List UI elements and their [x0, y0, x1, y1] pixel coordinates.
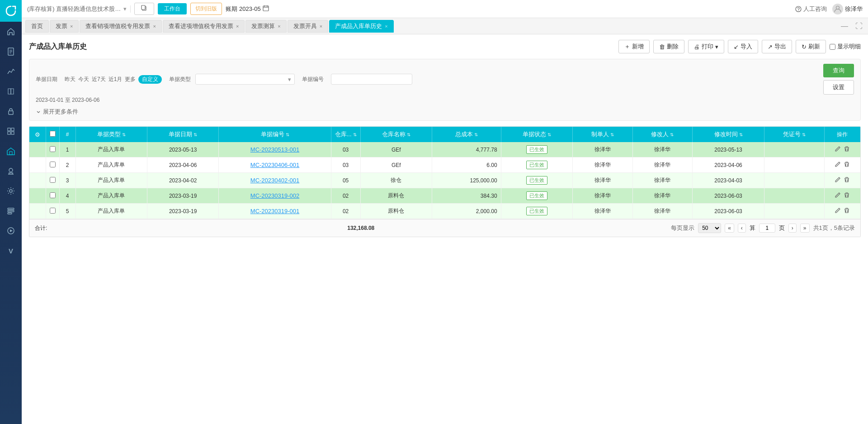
last-page-btn[interactable]: » — [800, 224, 810, 233]
th-date[interactable]: 单据日期 ⇅ — [147, 127, 218, 142]
company-dropdown-icon[interactable]: ▾ — [123, 5, 127, 12]
edit-icon-2[interactable] — [835, 161, 841, 169]
sidebar-warehouse-icon[interactable] — [0, 141, 22, 161]
th-modify-time[interactable]: 修改时间 ⇅ — [693, 127, 764, 142]
row-checkbox-1[interactable] — [50, 146, 56, 152]
sidebar-lock-icon[interactable] — [0, 101, 22, 121]
tab-invoice-calc[interactable]: 发票测算 × — [245, 20, 286, 33]
edit-icon-5[interactable] — [835, 207, 841, 215]
set-btn[interactable]: 设置 — [823, 80, 854, 95]
row-checkbox-3[interactable] — [50, 177, 56, 183]
tab-purchase-invoice[interactable]: 查看进项增值税专用发票 × — [163, 20, 245, 33]
company-selector[interactable]: (库存核算) 直播轻跑通信息技术股份... ▾ — [27, 5, 127, 13]
tab-sales-invoice[interactable]: 查看销项增值税专用发票 × — [80, 20, 161, 33]
th-modifier[interactable]: 修改人 ⇅ — [632, 127, 693, 142]
th-number[interactable]: 单据编号 ⇅ — [219, 127, 331, 142]
user-menu[interactable]: 徐泽华 — [832, 4, 863, 14]
shortcut-yesterday[interactable]: 昨天 — [65, 76, 75, 83]
expand-filter-btn[interactable]: 展开更多条件 — [36, 108, 854, 116]
th-status[interactable]: 单据状态 ⇅ — [501, 127, 572, 142]
switch-btn[interactable]: 切到旧版 — [190, 3, 222, 15]
delete-icon-1[interactable] — [844, 146, 850, 153]
row-checkbox-5[interactable] — [50, 208, 56, 214]
select-all-checkbox[interactable] — [50, 131, 56, 137]
th-wh-name[interactable]: 仓库名称 ⇅ — [360, 127, 432, 142]
tab-invoice-issue[interactable]: 发票开具 × — [288, 20, 328, 33]
sidebar-v-icon[interactable]: V — [0, 241, 22, 261]
shortcut-today[interactable]: 今天 — [78, 76, 89, 83]
sidebar-chart-icon[interactable] — [0, 62, 22, 81]
number-filter-input[interactable] — [331, 74, 412, 85]
delete-icon-4[interactable] — [844, 192, 850, 200]
tab-product-history-close[interactable]: × — [385, 24, 387, 29]
tab-sales-invoice-close[interactable]: × — [153, 24, 156, 29]
workbench-btn[interactable]: 工作台 — [158, 3, 187, 14]
sidebar-search-icon[interactable] — [0, 201, 22, 221]
sidebar-home-icon[interactable] — [0, 22, 22, 42]
shortcut-custom[interactable]: 自定义 — [138, 75, 162, 84]
td-number-link-4[interactable]: MC-20230319-002 — [250, 192, 299, 199]
sidebar-doc-icon[interactable] — [0, 42, 22, 62]
import-btn[interactable]: ↙ 导入 — [728, 40, 758, 53]
show-detail-checkbox-label[interactable]: 显示明细 — [830, 43, 861, 51]
edit-icon-3[interactable] — [835, 176, 841, 184]
shortcut-1month[interactable]: 近1月 — [108, 76, 123, 83]
sidebar-stamp-icon[interactable] — [0, 161, 22, 181]
th-voucher[interactable]: 凭证号 ⇅ — [764, 127, 824, 142]
th-total-cost[interactable]: 总成本 ⇅ — [432, 127, 501, 142]
tab-home[interactable]: 首页 — [25, 20, 49, 33]
sidebar-book-icon[interactable] — [0, 81, 22, 101]
edit-icon-1[interactable] — [835, 146, 841, 153]
settings-icon[interactable]: ⚙ — [35, 131, 40, 138]
per-page-select[interactable]: 50 100 — [698, 223, 721, 233]
row-checkbox-2[interactable] — [50, 162, 56, 167]
svg-point-11 — [9, 190, 12, 192]
tab-invoice-calc-close[interactable]: × — [278, 24, 280, 29]
delete-btn[interactable]: 🗑 删除 — [653, 40, 684, 53]
tab-invoice-issue-close[interactable]: × — [320, 24, 322, 29]
page-number-input[interactable] — [759, 224, 775, 233]
sidebar-play-icon[interactable] — [0, 221, 22, 241]
delete-icon-3[interactable] — [844, 176, 850, 184]
th-wh-code[interactable]: 仓库... ⇅ — [331, 127, 360, 142]
td-number-2: MC-20230406-001 — [219, 157, 331, 173]
row-checkbox-4[interactable] — [50, 192, 56, 198]
service-btn[interactable]: 人工咨询 — [795, 5, 827, 13]
th-creator[interactable]: 制单人 ⇅ — [572, 127, 632, 142]
th-settings[interactable]: ⚙ — [29, 127, 46, 142]
period-calendar-icon[interactable] — [263, 5, 269, 13]
export-btn[interactable]: ↗ 导出 — [762, 40, 792, 53]
shortcut-7days[interactable]: 近7天 — [92, 76, 106, 83]
td-number-link-5[interactable]: MC-20230319-001 — [250, 208, 299, 214]
refresh-btn[interactable]: ↻ 刷新 — [796, 40, 826, 53]
tab-invoice[interactable]: 发票 × — [50, 20, 79, 33]
show-detail-checkbox[interactable] — [830, 44, 835, 50]
edit-icon-4[interactable] — [835, 192, 841, 200]
tab-minimize-btn[interactable]: — — [839, 21, 850, 31]
sidebar-grid-icon[interactable] — [0, 121, 22, 141]
copy-btn[interactable] — [134, 3, 154, 15]
print-btn[interactable]: 🖨 打印 ▾ — [688, 40, 724, 53]
next-page-btn[interactable]: › — [788, 224, 797, 233]
prev-page-btn[interactable]: ‹ — [738, 224, 746, 233]
sidebar-settings-icon[interactable] — [0, 181, 22, 201]
type-filter-select[interactable] — [195, 74, 295, 85]
shortcut-more[interactable]: 更多 — [125, 76, 136, 83]
tab-maximize-btn[interactable]: ⛶ — [854, 21, 864, 31]
td-number-link-3[interactable]: MC-20230402-001 — [250, 177, 299, 184]
delete-icon-2[interactable] — [844, 161, 850, 169]
td-status-3: 已生效 — [501, 173, 572, 188]
td-cost-5: 2,000.00 — [432, 204, 501, 219]
th-type[interactable]: 单据类型 ⇅ — [75, 127, 147, 142]
period-selector[interactable]: 账期 2023-05 — [226, 5, 269, 13]
tab-invoice-close[interactable]: × — [70, 24, 73, 29]
tab-purchase-invoice-close[interactable]: × — [236, 24, 239, 29]
td-number-link-1[interactable]: MC-20230513-001 — [250, 146, 299, 153]
first-page-btn[interactable]: « — [725, 224, 734, 233]
td-number-link-2[interactable]: MC-20230406-001 — [250, 162, 299, 168]
new-btn[interactable]: ＋ 新增 — [618, 40, 650, 53]
query-btn[interactable]: 查询 — [823, 64, 854, 77]
tab-product-history[interactable]: 产成品入库单历史 × — [329, 20, 393, 33]
delete-icon-5[interactable] — [844, 207, 850, 215]
td-date-4: 2023-03-19 — [147, 188, 218, 204]
